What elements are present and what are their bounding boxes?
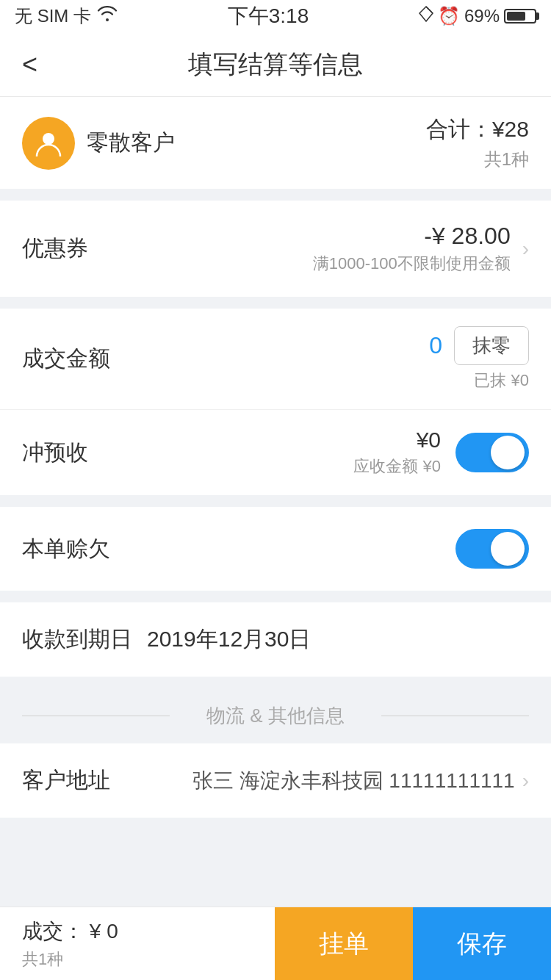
separator-line-right: [381, 716, 529, 716]
address-chevron-icon: ›: [522, 769, 529, 793]
advance-main-amount: ¥0: [353, 428, 441, 453]
customer-name: 零散客户: [87, 128, 175, 158]
deal-amount-label: 成交金额: [22, 344, 110, 374]
deal-input-area: 0 抹零: [429, 326, 529, 365]
coupon-section: 优惠券 -¥ 28.00 满1000-100不限制使用金额 ›: [0, 201, 551, 297]
bottom-deal-label: 成交：: [22, 920, 84, 943]
wifi-icon: [97, 6, 118, 26]
customer-total: 合计：¥28: [426, 115, 529, 145]
bottom-bar: 成交： ¥ 0 共1种 挂单 保存: [0, 907, 551, 980]
location-icon: [419, 6, 433, 26]
coupon-value-block: -¥ 28.00 满1000-100不限制使用金额: [313, 223, 511, 275]
bottom-deal-value: ¥ 0: [90, 920, 118, 943]
advance-toggle[interactable]: [455, 433, 529, 472]
coupon-amount: -¥ 28.00: [313, 223, 511, 250]
credit-toggle[interactable]: [455, 529, 529, 569]
logistics-separator: 物流 & 其他信息: [0, 688, 551, 743]
toggle-knob: [491, 436, 525, 469]
bottom-count: 共1种: [22, 948, 253, 970]
advance-sub-amount: 应收金额 ¥0: [353, 455, 441, 478]
back-button[interactable]: <: [22, 49, 37, 80]
status-bar: 无 SIM 卡 下午3:18 ⏰ 69%: [0, 0, 551, 32]
due-date-value[interactable]: 2019年12月30日: [147, 624, 311, 655]
chevron-right-icon: ›: [522, 237, 529, 261]
credit-toggle-knob: [491, 532, 525, 566]
coupon-label: 优惠券: [22, 234, 88, 264]
save-button[interactable]: 保存: [413, 907, 551, 981]
customer-right: 合计：¥28 共1种: [426, 115, 529, 171]
bottom-deal-text: 成交： ¥ 0: [22, 918, 253, 945]
address-label: 客户地址: [22, 765, 110, 796]
due-section: 收款到期日 2019年12月30日: [0, 602, 551, 677]
bottom-info: 成交： ¥ 0 共1种: [0, 918, 275, 970]
nav-bar: < 填写结算等信息: [0, 32, 551, 97]
battery-icon: [504, 9, 536, 24]
main-content: 零散客户 合计：¥28 共1种 优惠券 -¥ 28.00 满1000-100不限…: [0, 97, 551, 976]
deal-amount-row: 成交金额 0 抹零 已抹 ¥0: [0, 309, 551, 410]
credit-label: 本单赊欠: [22, 534, 110, 564]
logistics-label: 物流 & 其他信息: [206, 703, 345, 729]
deal-section: 成交金额 0 抹零 已抹 ¥0 冲预收 ¥0 应收金额 ¥0: [0, 309, 551, 495]
status-left: 无 SIM 卡: [15, 4, 118, 28]
separator-line-left: [22, 716, 170, 716]
credit-section: 本单赊欠: [0, 507, 551, 591]
status-time: 下午3:18: [228, 2, 309, 30]
due-label: 收款到期日: [22, 624, 132, 655]
coupon-row[interactable]: 优惠券 -¥ 28.00 满1000-100不限制使用金额 ›: [0, 201, 551, 297]
advance-label: 冲预收: [22, 438, 88, 468]
address-section[interactable]: 客户地址 张三 海淀永丰科技园 11111111111 ›: [0, 743, 551, 818]
deal-sub: 已抹 ¥0: [474, 370, 529, 392]
coupon-right: -¥ 28.00 满1000-100不限制使用金额 ›: [313, 223, 529, 275]
carrier-text: 无 SIM 卡: [15, 4, 91, 28]
customer-left: 零散客户: [22, 117, 175, 170]
customer-count: 共1种: [426, 148, 529, 171]
hang-button[interactable]: 挂单: [275, 907, 413, 981]
address-value: 张三 海淀永丰科技园 11111111111: [110, 767, 515, 795]
customer-section: 零散客户 合计：¥28 共1种: [0, 97, 551, 189]
page-title: 填写结算等信息: [188, 48, 363, 82]
customer-avatar: [22, 117, 75, 170]
deal-number[interactable]: 0: [429, 332, 442, 359]
status-right: ⏰ 69%: [419, 6, 536, 26]
alarm-icon: ⏰: [438, 6, 460, 26]
coupon-desc: 满1000-100不限制使用金额: [313, 253, 511, 275]
deal-amount-block: 0 抹零 已抹 ¥0: [429, 326, 529, 392]
svg-point-0: [43, 133, 54, 145]
advance-right: ¥0 应收金额 ¥0: [353, 428, 529, 478]
advance-row: 冲预收 ¥0 应收金额 ¥0: [0, 410, 551, 495]
round-button[interactable]: 抹零: [454, 326, 529, 365]
advance-amounts: ¥0 应收金额 ¥0: [353, 428, 441, 478]
battery-percent: 69%: [464, 6, 500, 26]
